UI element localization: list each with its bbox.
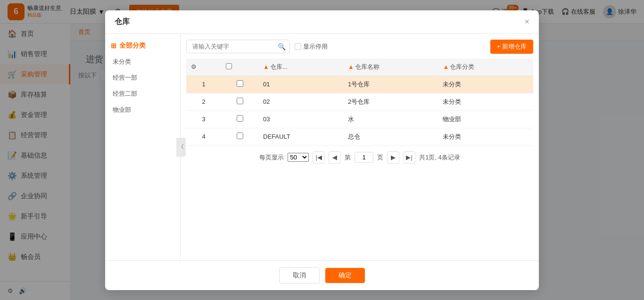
td-index: 1 <box>186 75 221 93</box>
show-disabled-text: 显示停用 <box>303 42 328 51</box>
td-name: 水 <box>343 110 438 128</box>
modal-overlay: 仓库 × ⊞ 全部分类 未分类 经营一部 经营二部 物业部 <box>71 24 644 300</box>
table-row[interactable]: 1 01 1号仓库 未分类 <box>186 75 533 93</box>
page-suffix: 页 <box>377 153 383 162</box>
row-checkbox[interactable] <box>237 115 243 122</box>
row-checkbox[interactable] <box>237 80 243 87</box>
td-check[interactable] <box>221 128 258 145</box>
pagination: 每页显示 50 10 20 100 |◀ ◀ 第 1 页 <box>186 146 533 166</box>
warehouse-dialog: 仓库 × ⊞ 全部分类 未分类 经营一部 经营二部 物业部 <box>105 24 539 290</box>
td-code: 03 <box>258 110 343 128</box>
show-disabled-checkbox[interactable] <box>295 43 301 50</box>
th-gear[interactable]: ⚙ <box>186 58 221 76</box>
td-name: 2号仓库 <box>343 93 438 110</box>
grid-icon: ⊞ <box>111 42 116 50</box>
page-prev-btn[interactable]: ◀ <box>329 151 341 164</box>
td-category: 未分类 <box>438 93 533 110</box>
table-header-row: ⚙ ▲仓库... ▲仓库名称 ▲仓库分类 <box>186 58 533 76</box>
select-all-checkbox[interactable] <box>226 63 232 69</box>
td-code: 02 <box>258 93 343 110</box>
td-name: 总仓 <box>343 128 438 145</box>
td-category: 未分类 <box>438 75 533 93</box>
sort-icon-category: ▲ <box>443 63 449 70</box>
warehouse-table: ⚙ ▲仓库... ▲仓库名称 ▲仓库分类 1 01 1号仓库 未分类 <box>186 58 533 146</box>
search-input[interactable] <box>190 40 278 53</box>
per-page-select[interactable]: 50 10 20 100 <box>288 153 309 162</box>
category-item-property[interactable]: 物业部 <box>105 102 180 118</box>
table-toolbar: 🔍 显示停用 + 新增仓库 <box>186 40 533 54</box>
page-last-btn[interactable]: ▶| <box>403 151 415 164</box>
td-code: DEFAULT <box>258 128 343 145</box>
dialog-close-button[interactable]: × <box>524 24 529 26</box>
total-info: 共1页, 4条记录 <box>419 153 460 162</box>
page-label: 第 <box>345 153 351 162</box>
main-content: 首页 进货 按以下 仓库 × <box>71 24 644 300</box>
th-check[interactable] <box>221 58 258 76</box>
sort-icon-code: ▲ <box>263 63 269 70</box>
th-code[interactable]: ▲仓库... <box>258 58 343 76</box>
td-category: 物业部 <box>438 110 533 128</box>
category-item-uncategorized[interactable]: 未分类 <box>105 54 180 70</box>
td-category: 未分类 <box>438 128 533 145</box>
table-row[interactable]: 3 03 水 物业部 <box>186 110 533 128</box>
row-checkbox[interactable] <box>237 98 243 104</box>
table-row[interactable]: 2 02 2号仓库 未分类 <box>186 93 533 110</box>
dialog-header: 仓库 × <box>105 24 539 34</box>
th-name[interactable]: ▲仓库名称 <box>343 58 438 76</box>
page-first-btn[interactable]: |◀ <box>313 151 325 164</box>
category-item-ops1[interactable]: 经营一部 <box>105 70 180 86</box>
table-panel: 🔍 显示停用 + 新增仓库 ⚙ <box>181 34 539 260</box>
category-collapse-btn[interactable]: 《 <box>176 138 186 157</box>
td-code: 01 <box>258 75 343 93</box>
page-input[interactable]: 1 <box>355 152 373 163</box>
show-disabled-label[interactable]: 显示停用 <box>295 42 328 51</box>
table-row[interactable]: 4 DEFAULT 总仓 未分类 <box>186 128 533 145</box>
td-name: 1号仓库 <box>343 75 438 93</box>
category-all[interactable]: ⊞ 全部分类 <box>105 38 180 54</box>
category-item-ops2[interactable]: 经营二部 <box>105 86 180 102</box>
td-check[interactable] <box>221 93 258 110</box>
search-icon: 🔍 <box>278 43 286 50</box>
page-next-btn[interactable]: ▶ <box>387 151 399 164</box>
confirm-button[interactable]: 确定 <box>325 268 365 283</box>
dialog-title: 仓库 <box>115 24 130 27</box>
td-check[interactable] <box>221 110 258 128</box>
per-page-label: 每页显示 <box>259 153 284 162</box>
sort-icon-name: ▲ <box>348 63 354 70</box>
category-panel: ⊞ 全部分类 未分类 经营一部 经营二部 物业部 《 <box>105 34 181 260</box>
th-category[interactable]: ▲仓库分类 <box>438 58 533 76</box>
td-index: 2 <box>186 93 221 110</box>
dialog-body: ⊞ 全部分类 未分类 经营一部 经营二部 物业部 《 <box>105 34 539 260</box>
category-all-label: 全部分类 <box>119 42 146 50</box>
row-checkbox[interactable] <box>237 133 243 139</box>
td-index: 4 <box>186 128 221 145</box>
layout: 🏠 首页 📊 销售管理 🛒 采购管理 📦 库存核算 💰 资金管理 📋 经营管理 … <box>0 24 644 300</box>
search-box: 🔍 <box>186 40 290 53</box>
add-warehouse-button[interactable]: + 新增仓库 <box>490 40 533 54</box>
dialog-footer: 取消 确定 <box>105 260 539 290</box>
td-index: 3 <box>186 110 221 128</box>
td-check[interactable] <box>221 75 258 93</box>
cancel-button[interactable]: 取消 <box>279 267 320 283</box>
